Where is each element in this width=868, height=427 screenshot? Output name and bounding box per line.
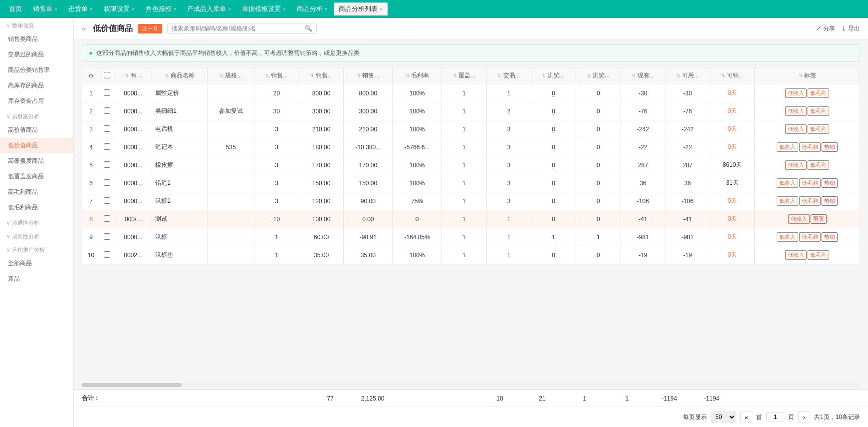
nav-finished-goods-close[interactable]: × xyxy=(228,6,231,12)
row-browse1[interactable]: 0 xyxy=(531,174,576,192)
time-tag-button[interactable]: 近一月 xyxy=(138,24,162,33)
th-margin[interactable]: ⇅ 毛利率 xyxy=(393,67,442,84)
select-all-checkbox[interactable] xyxy=(104,72,110,78)
browse-link[interactable]: 0 xyxy=(552,144,555,151)
th-name[interactable]: ⇅ 商品名称 xyxy=(152,67,208,84)
row-select-checkbox[interactable] xyxy=(104,107,110,114)
nav-product-analysis-close[interactable]: × xyxy=(325,6,328,12)
sidebar-item-low-value[interactable]: 低价值商品 xyxy=(0,138,73,153)
sidebar-group-growth[interactable]: ∨ 成长性分析 xyxy=(0,229,73,242)
row-checkbox[interactable] xyxy=(100,210,114,228)
row-browse1[interactable]: 0 xyxy=(531,138,576,156)
row-browse1[interactable]: 0 xyxy=(531,246,576,264)
th-stock[interactable]: ⇅ 现有... xyxy=(621,67,665,84)
th-price[interactable]: ⇅ 销售... xyxy=(299,67,344,84)
browse-link[interactable]: 0 xyxy=(552,90,555,97)
row-select-checkbox[interactable] xyxy=(104,143,110,150)
nav-template-settings[interactable]: 单据模板设置 × xyxy=(237,2,291,15)
next-page-button[interactable]: › xyxy=(798,411,810,423)
row-checkbox[interactable] xyxy=(100,84,114,102)
sidebar-item-high-coverage[interactable]: 高覆盖度商品 xyxy=(0,153,73,169)
row-select-checkbox[interactable] xyxy=(104,161,110,168)
nav-product-analysis[interactable]: 商品分析 × xyxy=(292,2,333,15)
nav-finished-goods[interactable]: 产成品入库单 × xyxy=(182,2,236,15)
per-page-select[interactable]: 50 100 200 xyxy=(711,412,736,423)
row-browse1[interactable]: 0 xyxy=(531,120,576,138)
browse-link[interactable]: 0 xyxy=(552,252,555,259)
browse-link[interactable]: 0 xyxy=(552,198,555,205)
browse-link[interactable]: 0 xyxy=(552,108,555,115)
sidebar-item-all-goods[interactable]: 全部商品 xyxy=(0,256,73,271)
nav-product-analysis-list[interactable]: 商品分析列表 × xyxy=(334,2,388,15)
row-browse1[interactable]: 0 xyxy=(531,84,576,102)
browse-link[interactable]: 0 xyxy=(552,126,555,133)
nav-template-settings-close[interactable]: × xyxy=(283,6,286,12)
row-checkbox[interactable] xyxy=(100,102,114,120)
th-trade[interactable]: ⇅ 交易... xyxy=(486,67,531,84)
horizontal-scrollbar[interactable] xyxy=(82,383,860,387)
nav-purchase-close[interactable]: × xyxy=(90,6,93,12)
th-settings[interactable]: ⚙ xyxy=(82,67,100,84)
th-coverage[interactable]: ⇅ 覆盖... xyxy=(442,67,487,84)
row-select-checkbox[interactable] xyxy=(104,251,110,258)
browse-link[interactable]: 0 xyxy=(552,216,555,223)
th-browse1[interactable]: ⇅ 浏览... xyxy=(531,67,576,84)
row-browse1[interactable]: 0 xyxy=(531,102,576,120)
row-select-checkbox[interactable] xyxy=(104,233,110,240)
browse-link[interactable]: 0 xyxy=(552,162,555,169)
page-input[interactable] xyxy=(766,412,784,422)
th-code[interactable]: ⇅ 商... xyxy=(114,67,152,84)
row-checkbox[interactable] xyxy=(100,174,114,192)
settings-icon[interactable]: ⚙ xyxy=(88,72,94,79)
sidebar-item-new-goods[interactable]: 新品 xyxy=(0,271,73,287)
row-checkbox[interactable] xyxy=(100,120,114,138)
sidebar-group-flow[interactable]: ∨ 流通性分析 xyxy=(0,215,73,229)
row-select-checkbox[interactable] xyxy=(104,215,110,222)
browse-link[interactable]: 0 xyxy=(552,180,555,187)
nav-permissions[interactable]: 权限设置 × xyxy=(99,2,140,15)
sidebar-item-high-value[interactable]: 高价值商品 xyxy=(0,122,73,138)
nav-product-analysis-list-close[interactable]: × xyxy=(380,6,383,12)
search-input[interactable] xyxy=(172,25,303,32)
row-checkbox[interactable] xyxy=(100,192,114,210)
sidebar-item-stock-capital[interactable]: 库存资金占用 xyxy=(0,93,73,109)
collapse-button[interactable]: « xyxy=(82,24,86,32)
nav-sales[interactable]: 销售单 × xyxy=(28,2,62,15)
row-browse1[interactable]: 0 xyxy=(531,210,576,228)
nav-sales-close[interactable]: × xyxy=(54,6,57,12)
th-sellable[interactable]: ⇅ 可销... xyxy=(710,67,755,84)
row-select-checkbox[interactable] xyxy=(104,197,110,204)
nav-roles[interactable]: 角色授权 × xyxy=(141,2,182,15)
th-browse2[interactable]: ⇅ 浏览... xyxy=(576,67,621,84)
browse-link[interactable]: 1 xyxy=(552,234,555,241)
th-avail[interactable]: ⇅ 可用... xyxy=(665,67,710,84)
row-browse1[interactable]: 1 xyxy=(531,228,576,246)
th-qty[interactable]: ⇅ 销售... xyxy=(254,67,299,84)
row-select-checkbox[interactable] xyxy=(104,179,110,186)
th-amount[interactable]: ⇅ 销售... xyxy=(344,67,393,84)
th-tags[interactable]: ⇅ 标签 xyxy=(755,67,860,84)
row-browse1[interactable]: 0 xyxy=(531,192,576,210)
row-checkbox[interactable] xyxy=(100,228,114,246)
row-browse1[interactable]: 0 xyxy=(531,156,576,174)
first-page-button[interactable]: « xyxy=(740,411,752,423)
th-spec[interactable]: ⇅ 规格... xyxy=(208,67,254,84)
nav-permissions-close[interactable]: × xyxy=(132,6,135,12)
sidebar-item-low-coverage[interactable]: 低覆盖度商品 xyxy=(0,169,73,184)
export-button[interactable]: ⤓ 导出 xyxy=(841,24,860,33)
share-button[interactable]: ⤢ 分享 xyxy=(816,24,835,33)
nav-roles-close[interactable]: × xyxy=(174,6,177,12)
sidebar-item-high-margin[interactable]: 高毛利商品 xyxy=(0,184,73,200)
scrollbar-thumb[interactable] xyxy=(82,383,182,387)
row-select-checkbox[interactable] xyxy=(104,89,110,96)
sidebar-item-high-stock[interactable]: 高库存的商品 xyxy=(0,78,73,93)
nav-purchase[interactable]: 进货单 × xyxy=(63,2,98,15)
nav-home[interactable]: 首页 xyxy=(4,2,27,15)
sidebar-item-sales-goods[interactable]: 销售类商品 xyxy=(0,31,73,47)
row-checkbox[interactable] xyxy=(100,156,114,174)
sidebar-item-low-margin[interactable]: 低毛利商品 xyxy=(0,200,73,215)
row-select-checkbox[interactable] xyxy=(104,125,110,132)
sidebar-item-traded-goods[interactable]: 交易过的商品 xyxy=(0,47,73,62)
row-checkbox[interactable] xyxy=(100,246,114,264)
row-checkbox[interactable] xyxy=(100,138,114,156)
